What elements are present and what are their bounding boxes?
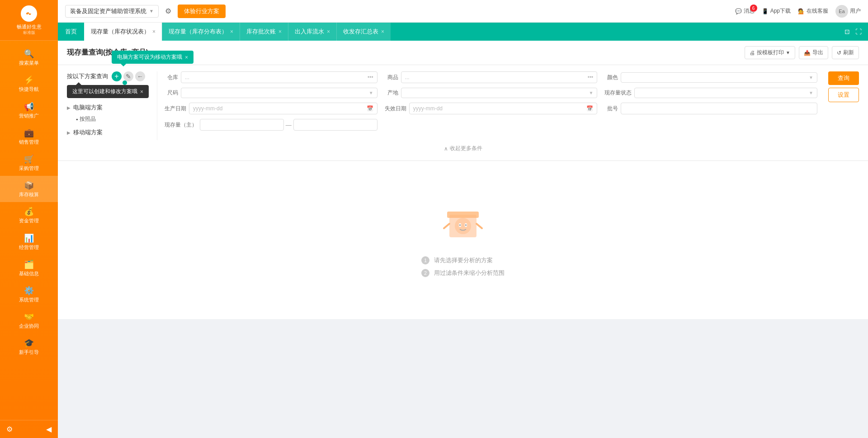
export-btn[interactable]: 📤 导出 [799,46,828,59]
back-scheme-btn[interactable]: ← [135,71,145,81]
tab-close-inventory-status[interactable]: × [152,28,156,35]
sidebar-item-inventory[interactable]: 📦 库存核算 [0,176,58,202]
tab-inventory-dist[interactable]: 现存量（库存分布表） × [162,23,240,41]
pc-scheme-header[interactable]: ▶ 电脑端方案 [67,102,150,113]
refresh-btn[interactable]: ↺ 刷新 [832,46,859,59]
svg-point-4 [455,218,471,234]
dots-icon2: ••• [588,74,594,80]
sidebar-item-finance[interactable]: 💰 资金管理 [0,202,58,228]
exp-date-input[interactable]: yyyy-mm-dd 📅 [409,103,598,114]
prod-date-label: 生产日期 [165,105,186,113]
stock-main-min-input[interactable] [200,119,284,131]
goods-input[interactable]: ... ••• [401,71,598,83]
user-item[interactable]: Ea 用户 [835,5,861,18]
sidebar-item-basic[interactable]: 🗂️ 基础信息 [0,255,58,281]
sidebar-item-enterprise[interactable]: 🤝 企业协同 [0,307,58,334]
tab-fullscreen-icon[interactable]: ⛶ [854,26,863,37]
header-right: 💬 消息 6 📱 App下载 💁 在线客服 Ea 用户 [735,5,861,18]
sidebar-item-sales[interactable]: 💼 销售管理 [0,123,58,150]
filter-row-3: 生产日期 yyyy-mm-dd 📅 失效日期 yyyy-mm-dd 📅 [165,103,817,114]
filter-section: 按以下方案查询 + ✎ ← 电脑方案可设为移动方案哦 [58,65,868,161]
query-btn[interactable]: 查询 [828,71,859,85]
sidebar-item-quicknav[interactable]: ⚡ 快捷导航 [0,71,58,97]
sidebar-item-purchase[interactable]: 🛒 采购管理 [0,150,58,176]
sidebar-footer: ⚙ ◀ [0,420,58,438]
tab-collect-summary[interactable]: 收发存汇总表 × [336,23,391,41]
tab-home[interactable]: 首页 [58,23,84,41]
collapse-sidebar-icon[interactable]: ◀ [46,425,52,433]
color-select[interactable]: ▼ [621,72,817,83]
scheme-buttons: + ✎ ← 电脑方案可设为移动方案哦 × [112,71,145,81]
chevron-down-icon5: ▼ [589,90,593,95]
tab-batch-ledger[interactable]: 库存批次账 × [240,23,288,41]
prod-date-input[interactable]: yyyy-mm-dd 📅 [189,103,377,114]
color-field: 颜色 ▼ [604,72,817,83]
origin-field: 产地 ▼ [385,88,598,98]
empty-steps-list: 1 请先选择要分析的方案 2 用过滤条件来缩小分析范围 [421,256,505,282]
filter-label: 按以下方案查询 [67,72,108,80]
step-2-text: 用过滤条件来缩小分析范围 [434,269,505,277]
reset-btn[interactable]: 设置 [828,88,859,102]
add-scheme-btn[interactable]: + [112,71,122,81]
tab-close-inventory-dist[interactable]: × [230,28,233,35]
batch-input[interactable] [621,103,817,114]
sidebar-item-marketing[interactable]: 📢 营销推广 [0,97,58,123]
app-download-label: App下载 [770,7,791,15]
edit-scheme-btn[interactable]: ✎ [123,71,133,81]
pc-scheme-group: ▶ 电脑端方案 ▪ 按照品 [67,102,150,125]
filter-main-layout: 按以下方案查询 + ✎ ← 电脑方案可设为移动方案哦 [67,71,859,140]
tooltip2-close-icon[interactable]: × [140,89,143,95]
size-select[interactable]: ▼ [181,88,377,98]
pc-scheme-item-0[interactable]: ▪ 按照品 [67,113,150,125]
stock-status-field: 现存量状态 ▼ [604,88,817,98]
logo-badge: 标准版 [23,30,35,36]
stock-main-field: 现存量（主） — [165,119,377,131]
online-service-item[interactable]: 💁 在线客服 [798,7,828,15]
svg-line-9 [444,224,449,228]
tab-close-inout-flow[interactable]: × [327,28,330,35]
sidebar-item-guide[interactable]: 🎓 新手引导 [0,334,58,360]
print-btn[interactable]: 🖨 按模板打印 ▼ [745,46,795,59]
collapse-btn[interactable]: ∧ 收起更多条件 [444,145,482,152]
logo-icon [21,5,37,22]
app-download-item[interactable]: 📱 App下载 [762,7,791,15]
tooltip-scheme-mobile: 电脑方案可设为移动方案哦 × [112,51,193,64]
experience-button[interactable]: 体验行业方案 [178,5,226,18]
header-settings-icon[interactable]: ⚙ [163,5,173,17]
svg-line-10 [476,224,482,228]
sidebar-logo: 畅通好生意 标准版 [0,0,58,41]
sidebar-item-operations[interactable]: 📊 经营管理 [0,229,58,255]
stock-main-max-input[interactable] [293,119,377,131]
message-item[interactable]: 💬 消息 6 [735,7,755,15]
tab-close-batch-ledger[interactable]: × [278,28,282,35]
service-icon: 💁 [798,8,805,14]
empty-step-2: 2 用过滤条件来缩小分析范围 [421,269,505,277]
goods-label: 商品 [385,74,398,81]
connector-dot [123,80,127,85]
dots-icon: ••• [368,74,373,80]
print-icon: 🖨 [750,50,755,56]
settings-bottom-icon[interactable]: ⚙ [6,425,13,433]
tab-inout-flow[interactable]: 出入库流水 × [288,23,336,41]
tooltip1-close-icon[interactable]: × [185,54,188,61]
warehouse-input[interactable]: ... ••• [181,71,377,83]
tab-close-collect-summary[interactable]: × [381,28,384,35]
svg-point-1 [26,13,28,14]
sidebar: 畅通好生意 标准版 🔍 搜索菜单 ⚡ 快捷导航 📢 营销推广 💼 销售管理 🛒 … [0,0,58,438]
stock-status-select[interactable]: ▼ [634,88,817,98]
sidebar-item-system[interactable]: ⚙️ 系统管理 [0,281,58,307]
system-selector[interactable]: 装备及固定资产辅助管理系统 ▼ [65,5,159,18]
goods-field: 商品 ... ••• [385,71,598,83]
chevron-right-icon2: ▶ [67,130,71,135]
page-content: 现存量查询(按仓库+商品) 🖨 按模板打印 ▼ 📤 导出 ↺ 刷新 [58,41,868,438]
tab-restore-icon[interactable]: ⊡ [843,26,852,37]
query-actions: 查询 设置 [825,71,859,140]
mobile-scheme-header[interactable]: ▶ 移动端方案 [67,127,150,138]
tab-inventory-status[interactable]: 现存量（库存状况表） × [84,23,162,41]
origin-select[interactable]: ▼ [401,88,598,98]
sidebar-item-search[interactable]: 🔍 搜索菜单 [0,44,58,71]
chevron-down-icon4: ▼ [369,90,373,95]
header-left: 装备及固定资产辅助管理系统 ▼ ⚙ 体验行业方案 [65,5,226,18]
collapse-label: 收起更多条件 [450,145,482,152]
chevron-down-icon3: ▼ [809,75,813,80]
